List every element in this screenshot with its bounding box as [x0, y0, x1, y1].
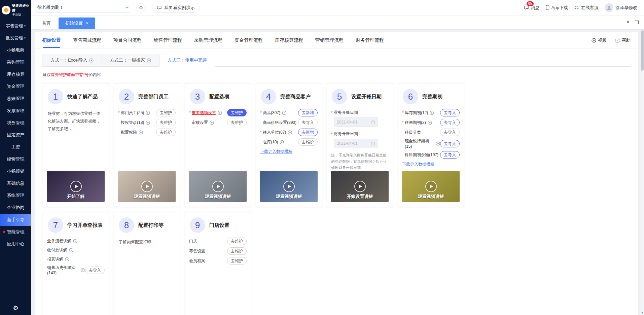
close-tabs-icon[interactable]: ×	[627, 20, 630, 25]
sidebar-item[interactable]: 总账管理	[0, 93, 31, 105]
play-icon[interactable]	[210, 120, 214, 125]
video-thumbnail[interactable]: 观看视频讲解	[260, 171, 318, 202]
video-play-icon[interactable]	[354, 181, 366, 192]
scroll-down-arrow-icon[interactable]: ▾	[641, 311, 644, 314]
sidebar-item[interactable]: 固定资产	[0, 129, 31, 141]
video-play-icon[interactable]	[141, 181, 153, 192]
tab-close-icon[interactable]: ×	[86, 21, 88, 26]
video-thumbnail[interactable]: 开账设置讲解	[331, 171, 389, 202]
action-button[interactable]: 去维护	[227, 257, 247, 265]
flow-nav-tab[interactable]: 财务管理流程	[356, 32, 384, 48]
flow-nav-tab[interactable]: 项目合同流程	[113, 32, 142, 48]
tab-home[interactable]: 首页	[35, 18, 58, 29]
flow-nav-tab[interactable]: 零售商城流程	[73, 32, 101, 48]
vertical-scrollbar[interactable]: ▾	[641, 30, 644, 315]
play-icon[interactable]	[280, 140, 284, 144]
action-button[interactable]: 去维护	[227, 109, 247, 116]
action-button[interactable]: 去新增	[298, 129, 318, 136]
sidebar-item[interactable]: 小畅电商	[0, 44, 31, 56]
flow-nav-tab[interactable]: 采购管理流程	[194, 32, 222, 48]
play-icon[interactable]	[430, 111, 434, 115]
date-input[interactable]: 2021-04-01	[334, 117, 378, 127]
sidebar-item[interactable]: 资金管理	[0, 80, 31, 93]
settings-gear-icon[interactable]: ⚙	[0, 301, 31, 315]
video-play-icon[interactable]	[212, 181, 224, 192]
workspace-gear-icon[interactable]: ⚙	[136, 3, 146, 12]
video-play-icon[interactable]	[70, 181, 82, 192]
sidebar-item[interactable]: 批发管理▾	[0, 32, 31, 44]
method-tab[interactable]: 方式一：Excel导入	[42, 54, 102, 67]
online-service-button[interactable]: 在线客服	[574, 5, 599, 11]
play-icon[interactable]	[65, 257, 69, 261]
play-icon[interactable]	[146, 120, 150, 125]
action-button[interactable]: 去维护	[156, 119, 176, 126]
sidebar-item[interactable]: 采购管理	[0, 56, 31, 68]
video-play-icon[interactable]	[283, 181, 295, 192]
sidebar-item[interactable]: 基础信息	[0, 177, 31, 189]
tab-initial-settings[interactable]: 初始设置 ×	[59, 18, 95, 29]
play-icon[interactable]	[146, 111, 150, 115]
sidebar-item[interactable]: 智能管理	[0, 226, 31, 238]
sidebar-item[interactable]: 经营管理	[0, 153, 31, 165]
sidebar-item[interactable]: 企业协同	[0, 202, 31, 214]
play-icon[interactable]	[428, 120, 432, 125]
video-thumbnail[interactable]: 观看视频讲解	[402, 171, 460, 202]
video-thumbnail[interactable]: 观看视频讲解	[118, 171, 176, 202]
play-icon[interactable]	[218, 111, 222, 115]
sidebar-item[interactable]: 工资	[0, 141, 31, 153]
flow-nav-tab[interactable]: 库存核算流程	[275, 32, 303, 48]
sidebar-item[interactable]: 应用中心	[0, 238, 31, 250]
play-icon[interactable]	[282, 111, 286, 115]
action-button[interactable]: 去导入	[298, 119, 318, 126]
action-button[interactable]: 去维护	[156, 129, 176, 136]
sidebar-item[interactable]: 税务管理	[0, 117, 31, 129]
flow-nav-tab[interactable]: 初始设置	[42, 32, 61, 48]
task-label[interactable]: 重要选项设置	[192, 110, 216, 116]
download-template-link[interactable]: 下载导入数据模板	[260, 149, 292, 154]
method-play-icon[interactable]	[147, 58, 151, 63]
action-button[interactable]: 去导入	[440, 129, 460, 136]
scrollbar-thumb[interactable]	[641, 30, 644, 71]
method-play-icon[interactable]	[89, 58, 94, 63]
play-icon[interactable]	[139, 130, 143, 135]
fullscreen-icon[interactable]	[635, 21, 639, 24]
play-icon[interactable]	[73, 239, 77, 243]
sidebar-item[interactable]: 库存核算	[0, 68, 31, 80]
action-button[interactable]: 去导入	[440, 109, 460, 116]
user-menu[interactable]: 徐泽华修改	[605, 3, 637, 12]
flow-nav-tab[interactable]: 资金管理流程	[235, 32, 263, 48]
sidebar-item[interactable]: 系统管理	[0, 189, 31, 202]
video-thumbnail[interactable]: 观看视频讲解	[189, 171, 247, 202]
action-button[interactable]: 去维护	[227, 247, 247, 255]
flow-nav-tab[interactable]: 营销管理流程	[315, 32, 344, 48]
play-icon[interactable]	[436, 141, 440, 146]
action-button[interactable]: 去维护	[227, 119, 247, 126]
sidebar-item[interactable]: 新手引导	[0, 214, 31, 226]
action-button[interactable]: 去维护	[227, 238, 247, 245]
method-tab[interactable]: 方式三：使用中完善	[159, 54, 215, 67]
play-icon[interactable]	[69, 248, 73, 252]
help-button[interactable]: ? 帮助	[615, 37, 631, 43]
video-play-icon[interactable]	[425, 181, 437, 192]
video-button[interactable]: 视频	[592, 37, 607, 43]
date-input[interactable]: 2021-04-01	[334, 139, 378, 148]
action-button[interactable]: 去导入	[440, 151, 460, 159]
action-button[interactable]: 去导入	[440, 119, 460, 126]
sidebar-item[interactable]: 零售管理▾	[0, 20, 31, 32]
method-tab[interactable]: 方式二：一键搬家	[102, 54, 159, 67]
play-icon[interactable]	[288, 130, 292, 135]
play-icon[interactable]	[81, 268, 85, 272]
video-thumbnail[interactable]: 开始了解	[47, 171, 105, 202]
sidebar-item[interactable]: 发票管理	[0, 105, 31, 117]
action-button[interactable]: 去维护	[298, 138, 318, 146]
messages-button[interactable]: 65 消息	[524, 5, 540, 11]
app-download-button[interactable]: App下载	[546, 5, 568, 11]
demo-button[interactable]: 我要看实例演示	[152, 3, 200, 13]
action-button[interactable]: 去维护	[156, 109, 176, 116]
flow-nav-tab[interactable]: 销售管理流程	[154, 32, 182, 48]
action-button[interactable]: 去新增	[298, 109, 318, 116]
company-select[interactable]: 徐老板勿删！	[36, 3, 130, 13]
download-template-link[interactable]: 下载导入数据模板	[402, 162, 434, 167]
action-button[interactable]: 去导入	[440, 140, 460, 147]
sidebar-item[interactable]: 小畅报销	[0, 165, 31, 177]
